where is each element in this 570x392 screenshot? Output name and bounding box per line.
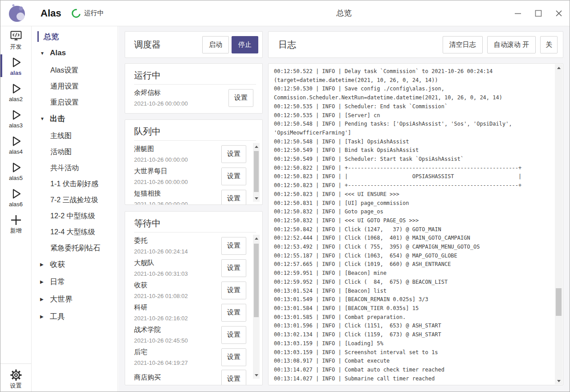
task-setting-button[interactable]: 设置: [221, 190, 246, 205]
minimize-button[interactable]: [513, 9, 522, 18]
running-card: 运行中 余烬信标 2021-10-26 00:00:00 设置: [125, 63, 263, 114]
scrollbar-thumb[interactable]: [254, 151, 259, 192]
menu-item[interactable]: 通用设置: [32, 81, 118, 92]
menu-item[interactable]: ▶ 工具: [32, 311, 118, 322]
menu-item-label: 收获: [50, 259, 65, 270]
clear-log-button[interactable]: 清空日志: [443, 36, 483, 53]
scheduler-title: 调度器: [134, 39, 202, 51]
menu-item[interactable]: 主线图: [32, 131, 118, 141]
task-setting-button[interactable]: 设置: [221, 145, 246, 163]
task-setting-button[interactable]: 设置: [221, 326, 246, 344]
task-row: 科研 2021-10-26 02:16:02 设置: [134, 303, 246, 322]
waiting-card: 等待中 委托 2021-10-26 00:24:14 设置: [125, 211, 263, 385]
menu-item[interactable]: 紧急委托刷钻石: [32, 243, 118, 253]
log-line: 00:12:50.549 | INFO | Bind task OpsiAshA…: [274, 146, 550, 155]
menu-item[interactable]: ▼ Alas: [32, 48, 118, 58]
close-button[interactable]: [554, 9, 563, 18]
menu-item[interactable]: 总览: [37, 31, 118, 42]
menu-item-label: 共斗活动: [50, 163, 79, 173]
pending-task-list: 潜艇图 2021-10-26 00:00:00 设置 大世界每日 2021-10…: [125, 141, 262, 205]
pending-card: 队列中 潜艇图 2021-10-26 00:00:00 设置: [125, 119, 263, 205]
task-setting-button[interactable]: 设置: [221, 259, 246, 277]
log-line: 00:12:55.187 | INFO | Click (1063, 654) …: [274, 252, 550, 261]
log-line: 00:12:52.444 | INFO | Click (1068, 401) …: [274, 234, 550, 243]
task-setting-button[interactable]: 设置: [221, 370, 246, 385]
instance-item[interactable]: 开发: [0, 27, 31, 52]
instance-item[interactable]: alas4: [0, 132, 31, 157]
menu-item[interactable]: ▼ 出击: [32, 113, 118, 124]
menu-item[interactable]: 共斗活动: [32, 163, 118, 173]
task-row: 商店购买 设置: [134, 370, 246, 385]
menu-item[interactable]: ▶ 收获: [32, 259, 118, 270]
scrollbar-thumb[interactable]: [254, 244, 259, 317]
instance-item[interactable]: alas: [0, 53, 31, 78]
menu-item-label: Alas设置: [50, 66, 78, 75]
menu-item[interactable]: Alas设置: [32, 65, 118, 76]
menu-item[interactable]: ▶ 日常: [32, 276, 118, 287]
instance-icon: [9, 160, 23, 175]
scroll-up-icon[interactable]: [555, 64, 562, 71]
task-setting-button[interactable]: 设置: [221, 237, 246, 255]
menu-item[interactable]: 12-2 中型练级: [32, 211, 118, 221]
scrollbar-thumb[interactable]: [556, 288, 562, 316]
instance-label: alas6: [9, 201, 23, 208]
instance-item[interactable]: alas6: [0, 185, 31, 209]
instance-item[interactable]: alas5: [0, 159, 31, 183]
instance-item[interactable]: alas3: [0, 106, 31, 131]
log-line: 00:13:14.027 | INFO | Combat auto check …: [274, 366, 550, 375]
waiting-scrollbar[interactable]: [253, 235, 260, 379]
menu-item[interactable]: 1-1 伏击刷好感: [32, 179, 118, 189]
task-info: 大世界每日 2021-10-26 00:00:00: [134, 167, 221, 186]
task-row: 后宅 2021-10-26 04:19:27 设置: [134, 347, 246, 367]
log-line: 00:12:50.548 | INFO | Pending tasks: ['O…: [274, 120, 550, 137]
task-row: 战术学院 2021-10-26 02:45:50 设置: [134, 325, 246, 344]
scroll-down-icon[interactable]: [253, 372, 260, 379]
group-arrow-icon: ▶: [40, 262, 46, 267]
menu-item[interactable]: 活动图: [32, 147, 118, 157]
menu-item[interactable]: ▶ 大世界: [32, 294, 118, 304]
alas-logo-icon: [8, 4, 27, 23]
scroll-down-icon[interactable]: [555, 377, 562, 384]
menu-item[interactable]: 7-2 三战捡垃圾: [32, 195, 118, 205]
pending-title: 队列中: [125, 125, 262, 138]
instance-icon: [9, 82, 23, 96]
log-line: 00:13:08.917 | INFO | Combat execute: [274, 357, 550, 366]
task-row: 大世界每日 2021-10-26 00:00:00 设置: [134, 167, 246, 186]
task-setting-button[interactable]: 设置: [221, 348, 246, 366]
maximize-button[interactable]: [534, 9, 543, 18]
menu-item-label: 总览: [44, 32, 59, 42]
task-setting-button[interactable]: 设置: [221, 167, 246, 185]
log-column: 日志 清空日志 自动滚动 开 关 00:12:50.522 | INFO | D…: [268, 31, 563, 385]
scroll-up-icon[interactable]: [253, 143, 260, 150]
scroll-up-icon[interactable]: [253, 235, 260, 242]
log-line: 00:12:50.842 | INFO | Click (1247, 37) @…: [274, 225, 550, 234]
pending-scrollbar[interactable]: [253, 143, 260, 202]
log-line: 00:12:50.832 | INFO | <<< UI GOTO PAGE_O…: [274, 216, 550, 225]
log-line: 00:12:50.548 | INFO | [Task] OpsiAshAssi…: [274, 138, 550, 147]
autoscroll-off-button[interactable]: 关: [540, 36, 558, 53]
log-line: 00:12:50.549 | INFO | Scheduler: Start t…: [274, 155, 550, 164]
task-info: 大舰队 2021-10-26 00:31:03: [134, 258, 221, 278]
log-line: 00:13:01.596 | INFO | Click (1151, 653) …: [274, 322, 550, 331]
menu-item-label: 12-4 大型练级: [50, 228, 95, 237]
menu-item-label: 活动图: [50, 147, 72, 157]
menu-item-label: 通用设置: [50, 82, 79, 91]
instance-icon: [9, 29, 23, 43]
autoscroll-on-button[interactable]: 自动滚动 开: [487, 36, 536, 53]
task-setting-button[interactable]: 设置: [221, 282, 246, 299]
start-button[interactable]: 启动: [202, 36, 229, 53]
menu-item[interactable]: 重启设置: [32, 97, 118, 108]
log-line: 00:12:50.823 | INFO | | OPSIASHASSIST |: [274, 172, 550, 181]
log-scrollbar[interactable]: [555, 64, 562, 384]
log-line: 00:13:01.584 | INFO | [BEACON_TIER 0.035…: [274, 304, 550, 313]
log-title: 日志: [278, 39, 438, 51]
stop-button[interactable]: 停止: [232, 36, 258, 53]
settings-button[interactable]: 设置: [0, 363, 31, 389]
task-setting-button[interactable]: 设置: [228, 89, 253, 107]
instance-item[interactable]: 新增: [0, 211, 31, 236]
task-setting-button[interactable]: 设置: [221, 304, 246, 322]
scroll-down-icon[interactable]: [253, 195, 260, 202]
instance-item[interactable]: alas2: [0, 80, 31, 104]
status-label: 运行中: [84, 9, 104, 17]
menu-item[interactable]: 12-4 大型练级: [32, 227, 118, 237]
